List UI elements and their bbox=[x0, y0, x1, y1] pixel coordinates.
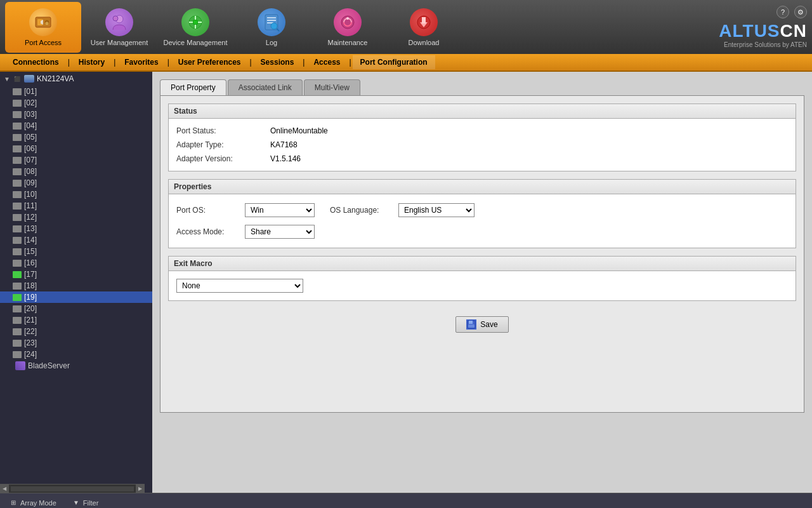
tab-associated-link[interactable]: Associated Link bbox=[228, 79, 303, 95]
port-item[interactable]: [12] bbox=[0, 211, 152, 223]
port-icon bbox=[13, 283, 22, 290]
save-button[interactable]: Save bbox=[455, 316, 508, 333]
nav-favorites[interactable]: Favorites bbox=[117, 55, 166, 69]
tab-port-property[interactable]: Port Property bbox=[160, 79, 226, 95]
port-label: [22] bbox=[24, 327, 37, 336]
content-panel: Port Property Associated Link Multi-View… bbox=[152, 72, 812, 493]
port-item[interactable]: [21] bbox=[0, 314, 152, 326]
svg-rect-22 bbox=[422, 17, 426, 23]
logo-area: ? ⚙ ALTUSCN Enterprise Solutions by ATEN bbox=[719, 6, 807, 48]
nav-port-access[interactable]: ⊕ Port Access bbox=[5, 2, 81, 53]
adapter-version-label: Adapter Version: bbox=[176, 154, 265, 163]
nav-maintenance[interactable]: Maintenance bbox=[310, 2, 386, 53]
port-icon bbox=[13, 134, 22, 141]
port-item[interactable]: [09] bbox=[0, 177, 152, 189]
port-item[interactable]: [10] bbox=[0, 189, 152, 200]
port-item[interactable]: [23] bbox=[0, 337, 152, 349]
port-item[interactable]: [15] bbox=[0, 246, 152, 257]
port-access-icon: ⊕ bbox=[29, 8, 57, 36]
port-item[interactable]: [06] bbox=[0, 143, 152, 154]
sidebar: ▼ ⬛ KN2124VA [01][02][03][04][05][06][07… bbox=[0, 72, 152, 493]
adapter-type-row: Adapter Type: KA7168 bbox=[176, 138, 788, 152]
svg-rect-25 bbox=[468, 324, 475, 328]
svg-point-5 bbox=[113, 16, 118, 21]
nav-user-preferences[interactable]: User Preferences bbox=[171, 55, 249, 69]
port-item[interactable]: [02] bbox=[0, 97, 152, 109]
nav-log[interactable]: Log bbox=[233, 2, 310, 53]
port-item[interactable]: [24] bbox=[0, 349, 152, 360]
port-icon bbox=[13, 88, 22, 95]
scroll-right[interactable]: ▶ bbox=[136, 485, 145, 493]
port-item[interactable]: [13] bbox=[0, 223, 152, 234]
os-language-label: OS Language: bbox=[330, 206, 393, 215]
port-item[interactable]: [11] bbox=[0, 200, 152, 211]
port-label: [12] bbox=[24, 213, 37, 222]
port-label: [23] bbox=[24, 338, 37, 347]
blade-server-label: BladeServer bbox=[28, 361, 70, 370]
port-label: [11] bbox=[24, 201, 37, 210]
help-icon[interactable]: ? bbox=[776, 6, 789, 18]
nav-history[interactable]: History bbox=[71, 55, 112, 69]
adapter-type-value: KA7168 bbox=[270, 140, 298, 149]
array-mode-button[interactable]: ⊞ Array Mode bbox=[5, 497, 60, 509]
filter-label: Filter bbox=[83, 499, 98, 507]
port-item[interactable]: [07] bbox=[0, 154, 152, 166]
nav-access[interactable]: Access bbox=[306, 55, 348, 69]
blade-server-item[interactable]: BladeServer bbox=[0, 360, 152, 371]
exit-macro-section: Exit Macro None bbox=[168, 256, 796, 301]
port-item[interactable]: [03] bbox=[0, 109, 152, 120]
port-icon bbox=[13, 123, 22, 130]
exit-macro-header: Exit Macro bbox=[169, 257, 796, 271]
port-item[interactable]: [18] bbox=[0, 280, 152, 291]
nav-device-management[interactable]: Device Management bbox=[157, 2, 233, 53]
nav-user-management[interactable]: User Management bbox=[81, 2, 157, 53]
port-item[interactable]: [19] bbox=[0, 291, 152, 303]
svg-line-17 bbox=[277, 29, 279, 31]
blade-server-icon bbox=[15, 361, 25, 370]
port-item[interactable]: [05] bbox=[0, 131, 152, 143]
port-os-select[interactable]: Win Mac Linux Sun bbox=[245, 203, 315, 217]
port-item[interactable]: [08] bbox=[0, 166, 152, 177]
svg-rect-13 bbox=[267, 17, 276, 18]
os-language-select[interactable]: English US French German Spanish Japanes… bbox=[398, 203, 475, 217]
nav-connections[interactable]: Connections bbox=[5, 55, 67, 69]
access-mode-select[interactable]: Exclusive Occupy Share bbox=[245, 225, 315, 239]
port-item[interactable]: [20] bbox=[0, 303, 152, 314]
svg-point-16 bbox=[271, 23, 277, 29]
port-item[interactable]: [17] bbox=[0, 269, 152, 280]
nav-download-label: Download bbox=[409, 39, 440, 46]
nav-download[interactable]: Download bbox=[386, 2, 462, 53]
port-status-row: Port Status: OnlineMountable bbox=[176, 124, 788, 138]
port-label: [08] bbox=[24, 167, 37, 176]
port-icon bbox=[13, 111, 22, 118]
port-status-value: OnlineMountable bbox=[270, 126, 328, 135]
status-section: Status Port Status: OnlineMountable Adap… bbox=[168, 104, 796, 171]
port-item[interactable]: [16] bbox=[0, 257, 152, 269]
tab-multi-view[interactable]: Multi-View bbox=[304, 79, 360, 95]
sidebar-device-header[interactable]: ▼ ⬛ KN2124VA bbox=[0, 72, 152, 86]
nav-port-configuration[interactable]: Port Configuration bbox=[353, 55, 435, 69]
port-item[interactable]: [04] bbox=[0, 120, 152, 131]
array-mode-label: Array Mode bbox=[20, 499, 56, 507]
port-status-label: Port Status: bbox=[176, 126, 265, 135]
svg-rect-14 bbox=[267, 20, 276, 21]
collapse-icon[interactable]: ▼ bbox=[4, 76, 11, 83]
scroll-left[interactable]: ◀ bbox=[0, 485, 9, 493]
status-body: Port Status: OnlineMountable Adapter Typ… bbox=[169, 119, 796, 171]
filter-button[interactable]: ▼ Filter bbox=[68, 497, 102, 509]
config-icon[interactable]: ⚙ bbox=[794, 6, 807, 18]
port-item[interactable]: [14] bbox=[0, 234, 152, 246]
port-item[interactable]: [01] bbox=[0, 86, 152, 97]
save-disk-icon bbox=[466, 319, 476, 330]
nav-sessions[interactable]: Sessions bbox=[253, 55, 302, 69]
logo-subtitle: Enterprise Solutions by ATEN bbox=[724, 41, 807, 48]
filter-icon: ▼ bbox=[72, 498, 81, 507]
maintenance-icon bbox=[334, 8, 362, 36]
port-label: [17] bbox=[24, 270, 37, 279]
tab-bar: Port Property Associated Link Multi-View bbox=[160, 79, 804, 95]
exit-macro-select[interactable]: None bbox=[176, 279, 303, 293]
port-icon bbox=[13, 248, 22, 255]
top-right-icons: ? ⚙ bbox=[776, 6, 807, 18]
port-item[interactable]: [22] bbox=[0, 326, 152, 337]
log-icon bbox=[258, 8, 285, 36]
